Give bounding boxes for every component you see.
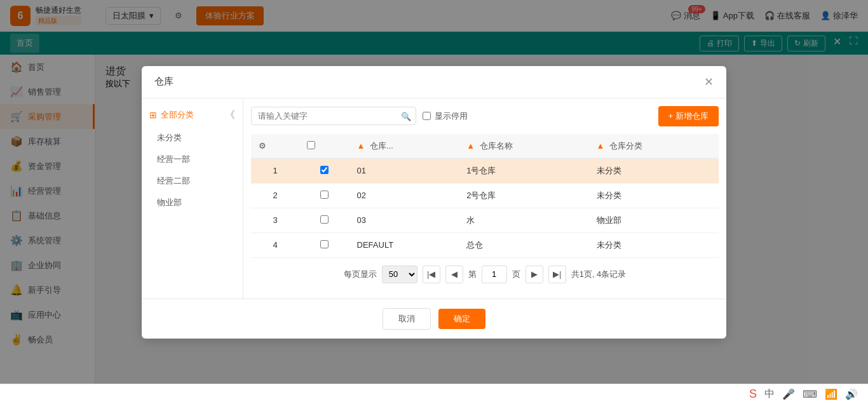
- zh-icon: 中: [764, 387, 775, 401]
- per-page-select[interactable]: 102050100: [382, 266, 417, 283]
- first-page-button[interactable]: |◀: [423, 266, 440, 283]
- table-toolbar: 🔍 显示停用 + 新增仓库: [251, 106, 719, 126]
- row-num: 3: [251, 208, 299, 232]
- th-name: ▲ 仓库名称: [459, 134, 588, 159]
- row-num: 1: [251, 158, 299, 183]
- row-category: 未分类: [589, 158, 719, 183]
- table-wrapper: ⚙ ▲ 仓库... ▲: [251, 134, 719, 258]
- row-num: 2: [251, 183, 299, 208]
- row-select-checkbox[interactable]: [320, 166, 329, 174]
- show-disabled-checkbox[interactable]: [423, 112, 431, 120]
- row-category: 物业部: [589, 208, 719, 232]
- grid-icon: ⊞: [149, 110, 157, 120]
- row-name: 总仓: [459, 232, 588, 257]
- row-category: 未分类: [589, 232, 719, 257]
- modal-overlay: 仓库 ✕ ⊞ 全部分类 《 未分类 经营一部 经营二部 物业部: [0, 0, 868, 404]
- next-page-button[interactable]: ▶: [526, 266, 543, 283]
- page-suffix: 页: [512, 269, 520, 280]
- row-checkbox[interactable]: [299, 208, 349, 232]
- show-disabled-label: 显示停用: [423, 111, 468, 122]
- page-number-input[interactable]: [482, 266, 507, 283]
- row-name: 2号仓库: [459, 183, 588, 208]
- warehouse-table: ⚙ ▲ 仓库... ▲: [251, 134, 719, 258]
- th-code: ▲ 仓库...: [349, 134, 459, 159]
- search-icon: 🔍: [401, 111, 411, 121]
- modal-title: 仓库: [154, 76, 173, 88]
- table-row[interactable]: 4 DEFAULT 总仓 未分类: [251, 232, 719, 257]
- th-settings: ⚙: [251, 134, 299, 159]
- mic-icon[interactable]: 🎤: [782, 388, 795, 400]
- row-select-checkbox[interactable]: [320, 240, 329, 248]
- table-row[interactable]: 3 03 水 物业部: [251, 208, 719, 232]
- cancel-button[interactable]: 取消: [383, 308, 431, 330]
- category-panel: ⊞ 全部分类 《 未分类 经营一部 经营二部 物业部: [142, 98, 243, 299]
- row-name: 水: [459, 208, 588, 232]
- last-page-button[interactable]: ▶|: [548, 266, 566, 283]
- table-body: 1 01 1号仓库 未分类 2 02 2号仓库 未分类 3 03 水 物业部 4…: [251, 158, 719, 257]
- row-name: 1号仓库: [459, 158, 588, 183]
- row-checkbox[interactable]: [299, 158, 349, 183]
- category-item-unclassified[interactable]: 未分类: [142, 127, 243, 149]
- per-page-label: 每页显示: [344, 269, 377, 280]
- search-wrap: 🔍: [251, 107, 416, 125]
- modal-close-button[interactable]: ✕: [704, 75, 714, 89]
- row-select-checkbox[interactable]: [320, 191, 329, 199]
- table-row[interactable]: 2 02 2号仓库 未分类: [251, 183, 719, 208]
- table-head: ⚙ ▲ 仓库... ▲: [251, 134, 719, 159]
- category-item-dept1[interactable]: 经营一部: [142, 149, 243, 170]
- category-item-property[interactable]: 物业部: [142, 192, 243, 213]
- row-select-checkbox[interactable]: [320, 215, 329, 224]
- table-header-row: ⚙ ▲ 仓库... ▲: [251, 134, 719, 159]
- settings-col-icon: ⚙: [259, 141, 266, 151]
- sort-icon-name: ▲: [466, 141, 475, 151]
- add-warehouse-button[interactable]: + 新增仓库: [658, 106, 719, 126]
- sougou-icon: S: [749, 387, 757, 401]
- page-label: 第: [468, 269, 477, 280]
- modal-header: 仓库 ✕: [142, 66, 726, 98]
- keyboard-icon[interactable]: ⌨: [803, 388, 817, 400]
- modal-footer: 取消 确定: [142, 299, 726, 339]
- bottom-bar: S 中 🎤 ⌨ 📶 🔊: [0, 384, 868, 404]
- sort-icon-cat: ▲: [597, 141, 605, 151]
- row-code: 01: [349, 158, 459, 183]
- table-panel: 🔍 显示停用 + 新增仓库 ⚙: [243, 98, 726, 299]
- pagination: 每页显示 102050100 |◀ ◀ 第 页 ▶ ▶| 共1页, 4条记录: [251, 258, 719, 291]
- row-code: DEFAULT: [349, 232, 459, 257]
- row-code: 02: [349, 183, 459, 208]
- row-category: 未分类: [589, 183, 719, 208]
- th-category: ▲ 仓库分类: [589, 134, 719, 159]
- prev-page-button[interactable]: ◀: [445, 266, 463, 283]
- category-item-dept2[interactable]: 经营二部: [142, 170, 243, 192]
- row-num: 4: [251, 232, 299, 257]
- confirm-button[interactable]: 确定: [438, 309, 485, 329]
- sort-icon: ▲: [357, 141, 365, 151]
- select-all-checkbox[interactable]: [307, 141, 315, 149]
- table-row[interactable]: 1 01 1号仓库 未分类: [251, 158, 719, 183]
- network-icon: 📶: [825, 388, 837, 400]
- search-input[interactable]: [251, 107, 416, 125]
- row-checkbox[interactable]: [299, 232, 349, 257]
- th-checkbox: [299, 134, 349, 159]
- modal-body: ⊞ 全部分类 《 未分类 经营一部 经营二部 物业部 🔍: [142, 98, 726, 299]
- volume-icon[interactable]: 🔊: [845, 388, 858, 400]
- row-checkbox[interactable]: [299, 183, 349, 208]
- collapse-button[interactable]: 《: [225, 109, 235, 122]
- category-header: ⊞ 全部分类 《: [142, 104, 243, 127]
- category-all[interactable]: ⊞ 全部分类: [149, 109, 194, 121]
- row-code: 03: [349, 208, 459, 232]
- warehouse-modal: 仓库 ✕ ⊞ 全部分类 《 未分类 经营一部 经营二部 物业部: [142, 66, 726, 339]
- total-info: 共1页, 4条记录: [571, 269, 627, 280]
